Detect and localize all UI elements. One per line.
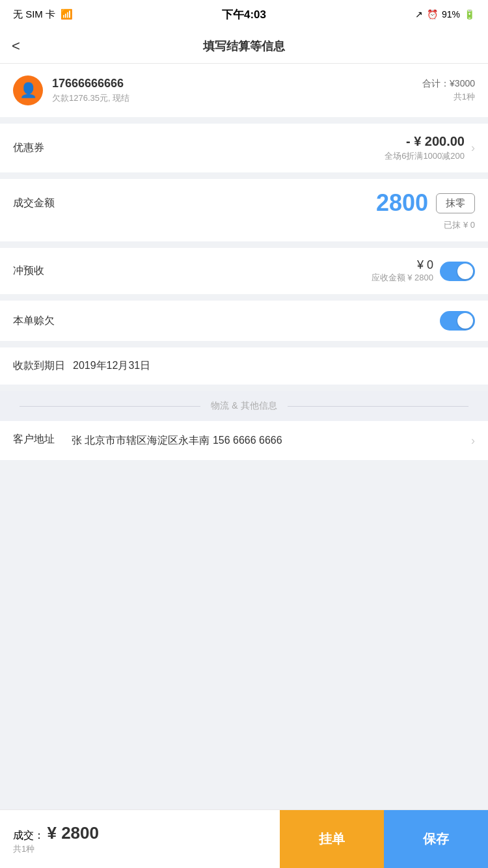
divider-section: 物流 & 其他信息 bbox=[0, 391, 488, 421]
gray-space bbox=[0, 460, 488, 538]
credit-label: 本单赊欠 bbox=[13, 314, 55, 328]
customer-debt: 欠款1276.35元, 现结 bbox=[52, 92, 129, 104]
amount-section: 成交金额 2800 抹零 已抹 ¥ 0 bbox=[0, 179, 488, 241]
customer-left: 👤 17666666666 欠款1276.35元, 现结 bbox=[13, 75, 129, 105]
prepay-right: ¥ 0 应收金额 ¥ 2800 bbox=[372, 258, 475, 284]
divider-text: 物流 & 其他信息 bbox=[200, 400, 287, 412]
address-row[interactable]: 客户地址 张 北京市市辖区海淀区永丰南 156 6666 6666 › bbox=[0, 421, 488, 460]
no-sim-text: 无 SIM 卡 bbox=[13, 8, 55, 21]
prepay-amount: ¥ 0 bbox=[372, 258, 433, 272]
back-button[interactable]: < bbox=[12, 38, 20, 55]
status-left: 无 SIM 卡 📶 bbox=[13, 8, 73, 21]
prepay-toggle[interactable] bbox=[440, 262, 475, 281]
battery-icon: 🔋 bbox=[464, 9, 475, 20]
credit-toggle[interactable] bbox=[440, 311, 475, 331]
customer-card: 👤 17666666666 欠款1276.35元, 现结 合计：¥3000 共1… bbox=[0, 64, 488, 117]
bottom-info: 成交： ¥ 2800 共1种 bbox=[0, 823, 280, 855]
customer-right: 合计：¥3000 共1种 bbox=[422, 78, 475, 103]
location-icon: ↗ bbox=[415, 9, 423, 20]
prepay-sub: 应收金额 ¥ 2800 bbox=[372, 272, 433, 284]
total-count: 共1种 bbox=[422, 91, 475, 103]
content: 👤 17666666666 欠款1276.35元, 现结 合计：¥3000 共1… bbox=[0, 64, 488, 603]
due-date-value: 2019年12月31日 bbox=[73, 359, 150, 373]
prepay-label: 冲预收 bbox=[13, 264, 44, 278]
coupon-desc: 全场6折满1000减200 bbox=[385, 150, 465, 162]
bottom-total-label: 成交： bbox=[13, 830, 44, 841]
coupon-discount: - ¥ 200.00 bbox=[385, 134, 465, 149]
total-label: 合计：¥3000 bbox=[422, 78, 475, 90]
credit-section: 本单赊欠 bbox=[0, 301, 488, 341]
coupon-value-right: - ¥ 200.00 全场6折满1000减200 › bbox=[385, 134, 475, 162]
save-button[interactable]: 保存 bbox=[384, 810, 488, 869]
bottom-total-amount: ¥ 2800 bbox=[47, 823, 99, 843]
nav-bar: < 填写结算等信息 bbox=[0, 29, 488, 64]
coupon-info: - ¥ 200.00 全场6折满1000减200 bbox=[385, 134, 465, 162]
prepay-row: 冲预收 ¥ 0 应收金额 ¥ 2800 bbox=[13, 248, 475, 294]
bottom-bar: 成交： ¥ 2800 共1种 挂单 保存 bbox=[0, 809, 488, 868]
coupon-row[interactable]: 优惠券 - ¥ 200.00 全场6折满1000减200 › bbox=[0, 124, 488, 172]
coupon-chevron-icon: › bbox=[471, 141, 475, 155]
bottom-label-wrap: 成交： ¥ 2800 bbox=[13, 823, 267, 843]
coupon-label: 优惠券 bbox=[13, 141, 44, 155]
coupon-section: 优惠券 - ¥ 200.00 全场6折满1000减200 › bbox=[0, 124, 488, 172]
address-label: 客户地址 bbox=[13, 433, 65, 446]
status-time: 下午4:03 bbox=[222, 7, 266, 22]
prepay-section: 冲预收 ¥ 0 应收金额 ¥ 2800 bbox=[0, 248, 488, 294]
address-value: 张 北京市市辖区海淀区永丰南 156 6666 6666 bbox=[72, 433, 465, 448]
wifi-icon: 📶 bbox=[61, 8, 73, 20]
bottom-count: 共1种 bbox=[13, 843, 267, 855]
prepay-info: ¥ 0 应收金额 ¥ 2800 bbox=[372, 258, 433, 284]
hang-button[interactable]: 挂单 bbox=[280, 810, 384, 869]
due-date-row: 收款到期日 2019年12月31日 bbox=[0, 347, 488, 385]
amount-row: 成交金额 2800 抹零 bbox=[13, 189, 475, 217]
status-right: ↗ ⏰ 91% 🔋 bbox=[415, 9, 475, 20]
due-date-label: 收款到期日 bbox=[13, 359, 65, 373]
divider-line-left bbox=[20, 406, 200, 407]
alarm-icon: ⏰ bbox=[427, 9, 438, 20]
round-button[interactable]: 抹零 bbox=[436, 193, 475, 213]
customer-phone: 17666666666 bbox=[52, 77, 129, 90]
address-chevron-icon: › bbox=[471, 434, 475, 448]
battery-text: 91% bbox=[442, 9, 460, 20]
divider-line-right bbox=[288, 406, 468, 407]
amount-number: 2800 bbox=[376, 189, 428, 217]
customer-info: 17666666666 欠款1276.35元, 现结 bbox=[52, 77, 129, 104]
amount-sub: 已抹 ¥ 0 bbox=[13, 219, 475, 231]
avatar: 👤 bbox=[13, 75, 43, 105]
amount-value-wrap: 2800 抹零 bbox=[376, 189, 475, 217]
nav-title: 填写结算等信息 bbox=[203, 38, 285, 54]
status-bar: 无 SIM 卡 📶 下午4:03 ↗ ⏰ 91% 🔋 bbox=[0, 0, 488, 29]
amount-label: 成交金额 bbox=[13, 197, 55, 210]
